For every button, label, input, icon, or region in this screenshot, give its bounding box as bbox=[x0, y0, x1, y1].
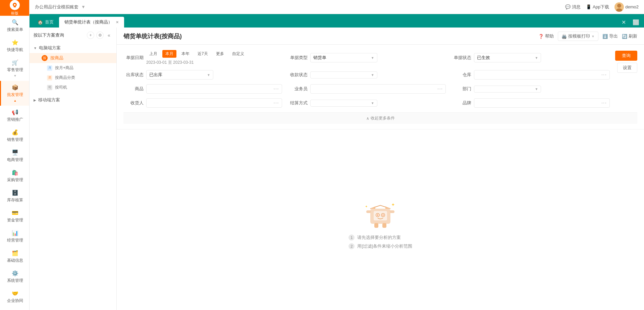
doc-type-chevron: ▼ bbox=[371, 56, 374, 60]
sidebar-item-label-operations: 经营管理 bbox=[7, 238, 23, 243]
sidebar-item-system[interactable]: ⚙️ 系统管理 bbox=[0, 267, 30, 287]
left-panel-title: 按以下方案查询 bbox=[34, 32, 64, 38]
help-label: 帮助 bbox=[545, 33, 554, 39]
scheme-by-product-label: 按商品 bbox=[50, 55, 63, 61]
messages-btn[interactable]: 💬 消息 bbox=[565, 4, 581, 10]
storage-input[interactable]: ··· bbox=[474, 70, 610, 80]
add-scheme-btn[interactable]: + bbox=[87, 32, 94, 39]
sidebar: 标版 🔍 搜索菜单 ⭐ 快捷导航 🛒 零售管理 ▼ 📦 批发管理 ▲ 📢 营销推… bbox=[0, 0, 30, 310]
left-panel: 按以下方案查询 + ⚙ « ▼ 电脑端方案 按 按商品 bbox=[30, 28, 117, 310]
date-btn-this-month[interactable]: 本月 bbox=[162, 50, 176, 58]
settings-button[interactable]: 设置 bbox=[617, 63, 637, 73]
date-btn-more[interactable]: 更多 bbox=[213, 50, 227, 58]
scheme-by-category-label: 按商品分类 bbox=[55, 75, 75, 81]
sidebar-item-sales[interactable]: 💰 销售管理 bbox=[0, 126, 30, 146]
svg-rect-9 bbox=[366, 210, 371, 213]
sidebar-item-inventory[interactable]: 🗄️ 库存核算 bbox=[0, 186, 30, 206]
maximize-tab-btn[interactable]: ⬜ bbox=[631, 18, 641, 26]
payment-status-label: 收款状态 bbox=[287, 72, 308, 78]
sidebar-item-label-cooperation: 企业协同 bbox=[7, 298, 23, 304]
goods-input[interactable]: ··· bbox=[146, 84, 282, 94]
sidebar-item-label-purchase: 采购管理 bbox=[7, 177, 23, 183]
scheme-by-product[interactable]: 按 按商品 bbox=[30, 53, 116, 63]
sidebar-item-label-marketing: 营销推广 bbox=[7, 117, 23, 122]
doc-status-chevron: ▼ bbox=[535, 56, 538, 60]
brand-input[interactable]: ··· bbox=[474, 98, 610, 108]
collapse-more-btn[interactable]: ∧ 收起更多条件 bbox=[123, 112, 637, 124]
settlement-select[interactable]: ▼ bbox=[310, 100, 377, 107]
date-btn-last-month[interactable]: 上月 bbox=[146, 50, 160, 58]
warehouse-value: 已出库 bbox=[149, 72, 162, 78]
dropdown-arrow[interactable]: ▼ bbox=[81, 4, 86, 9]
app-download-btn[interactable]: 📱 App下载 bbox=[586, 4, 609, 10]
refresh-btn[interactable]: 🔄 刷新 bbox=[622, 33, 637, 39]
storage-field: 仓库 ··· bbox=[451, 70, 610, 80]
sidebar-item-purchase[interactable]: 🛍️ 采购管理 bbox=[0, 166, 30, 186]
settings-scheme-btn[interactable]: ⚙ bbox=[96, 32, 104, 39]
user-menu[interactable]: demo2 bbox=[614, 2, 639, 12]
export-btn[interactable]: ⬇️ 导出 bbox=[602, 33, 618, 39]
tab-home[interactable]: 🏠 首页 bbox=[32, 17, 59, 28]
dept-select[interactable]: ▼ bbox=[474, 86, 541, 93]
marketing-icon: 📢 bbox=[12, 109, 18, 115]
sidebar-item-search[interactable]: 🔍 搜索菜单 bbox=[0, 16, 30, 36]
sidebar-item-basic[interactable]: 🗂️ 基础信息 bbox=[0, 247, 30, 267]
quick-nav-icon: ⭐ bbox=[12, 39, 18, 46]
filter-area: 单据日期 上月 本月 本年 近7天 更多 自定义 bbox=[117, 45, 644, 130]
tab-sales-report-label: 销货单统计表（按商品） bbox=[64, 19, 112, 25]
settlement-label: 结算方式 bbox=[287, 100, 308, 106]
goods-dots: ··· bbox=[273, 86, 279, 92]
sidebar-item-finance[interactable]: 💳 资金管理 bbox=[0, 206, 30, 226]
sidebar-item-marketing[interactable]: 📢 营销推广 bbox=[0, 106, 30, 126]
mobile-group-header[interactable]: ▶ 移动端方案 bbox=[30, 95, 116, 105]
salesman-dots: ··· bbox=[437, 86, 443, 92]
date-btn-custom[interactable]: 自定义 bbox=[229, 50, 247, 58]
content-area: 按以下方案查询 + ⚙ « ▼ 电脑端方案 按 按商品 bbox=[30, 28, 644, 310]
search-button[interactable]: 查询 bbox=[615, 51, 637, 61]
collapse-panel-btn[interactable]: « bbox=[106, 32, 112, 39]
desktop-solution-group: ▼ 电脑端方案 按 按商品 月 按月+商品 类 按商品分类 bbox=[30, 42, 116, 94]
payment-status-select[interactable]: ▼ bbox=[310, 71, 377, 79]
sidebar-item-operations[interactable]: 📊 经营管理 bbox=[0, 226, 30, 247]
close-tab-btn[interactable]: ✕ bbox=[620, 18, 628, 26]
purchase-icon: 🛍️ bbox=[12, 169, 18, 176]
date-btn-7days[interactable]: 近7天 bbox=[195, 50, 211, 58]
mobile-tree-arrow: ▶ bbox=[34, 98, 36, 102]
sidebar-item-wholesale[interactable]: 📦 批发管理 ▲ bbox=[0, 81, 30, 106]
scheme-by-month-product[interactable]: 月 按月+商品 bbox=[30, 63, 116, 73]
sidebar-item-label-retail: 零售管理 bbox=[7, 67, 23, 73]
messages-label: 消息 bbox=[572, 4, 581, 10]
empty-tip-2-label: 用[过滤]条件来缩小分析范围 bbox=[357, 243, 412, 249]
salesman-input[interactable]: ··· bbox=[310, 84, 446, 94]
desktop-group-header[interactable]: ▼ 电脑端方案 bbox=[30, 43, 116, 53]
empty-tip-1-label: 请先选择要分析的方案 bbox=[357, 235, 401, 241]
cooperation-icon: 🤝 bbox=[12, 290, 18, 297]
sidebar-item-quick-nav[interactable]: ⭐ 快捷导航 bbox=[0, 36, 30, 56]
scheme-by-category[interactable]: 类 按商品分类 bbox=[30, 73, 116, 83]
search-btn-area: 查询 设置 bbox=[615, 50, 637, 73]
sidebar-item-cooperation[interactable]: 🤝 企业协同 bbox=[0, 287, 30, 307]
print-btn[interactable]: 🖨️ 按模板打印 ▼ bbox=[558, 32, 598, 41]
tab-close-btn[interactable]: ✕ bbox=[116, 20, 119, 24]
expand-icon: ▼ bbox=[14, 74, 17, 78]
sidebar-item-guide[interactable]: 🎓 新手引导 bbox=[0, 307, 30, 310]
brand-field: 品牌 ··· bbox=[451, 98, 610, 108]
home-icon: 🏠 bbox=[38, 20, 43, 25]
svg-point-2 bbox=[616, 8, 622, 12]
sidebar-item-retail[interactable]: 🛒 零售管理 ▼ bbox=[0, 56, 30, 81]
sidebar-item-ecommerce[interactable]: 🖥️ 电商管理 bbox=[0, 146, 30, 166]
empty-tip-2: 2 用[过滤]条件来缩小分析范围 bbox=[348, 243, 412, 249]
doc-status-select[interactable]: 已生效 ▼ bbox=[474, 53, 541, 62]
doc-status-field: 单据状态 已生效 ▼ bbox=[451, 53, 610, 62]
consignee-input[interactable]: ··· bbox=[146, 98, 282, 108]
date-btn-this-year[interactable]: 本年 bbox=[178, 50, 193, 58]
desktop-tree-arrow: ▼ bbox=[34, 46, 37, 50]
industry-label: 办公用品行业模拟账套 bbox=[35, 4, 78, 10]
scheme-by-driver[interactable]: 司 按司机 bbox=[30, 83, 116, 92]
help-btn[interactable]: ❓ 帮助 bbox=[538, 33, 554, 39]
tab-sales-report[interactable]: 销货单统计表（按商品） ✕ bbox=[59, 17, 124, 28]
scheme-by-month-label: 按月+商品 bbox=[55, 65, 73, 71]
doc-type-select[interactable]: 销货单 ▼ bbox=[310, 53, 377, 62]
by-product-icon: 按 bbox=[42, 55, 48, 61]
warehouse-select[interactable]: 已出库 ▼ bbox=[146, 70, 213, 80]
